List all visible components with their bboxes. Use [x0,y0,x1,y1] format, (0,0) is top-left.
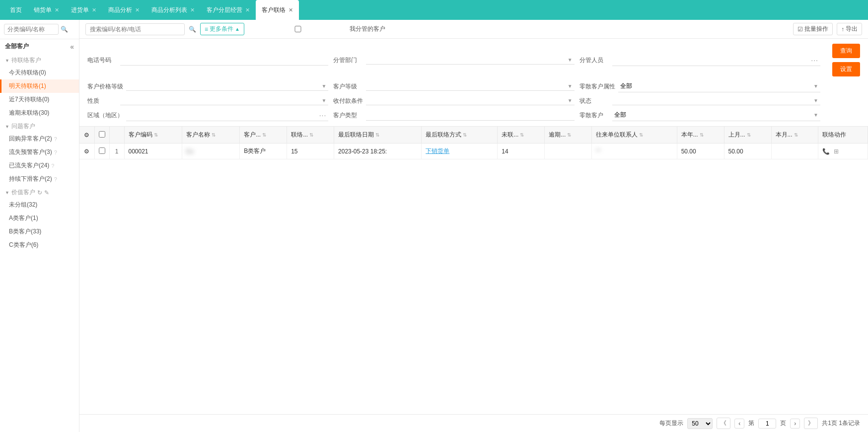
sidebar-item-class-c[interactable]: C类客户(6) [0,238,79,252]
nav-customer-tier-close[interactable]: ✕ [245,7,250,13]
col-last-contact-date[interactable]: 最后联络日期⇅ [334,127,422,144]
nav-sales-close[interactable]: ✕ [55,7,59,13]
table-container: ⚙ 客户编码⇅ 客户名称⇅ 客户...⇅ [79,127,868,414]
sidebar-item-class-a[interactable]: A类客户(1) [0,212,79,225]
per-page-select[interactable]: 50 100 200 [687,418,713,429]
help-icon-1[interactable]: ? [54,149,57,155]
sidebar-item-class-b[interactable]: B类客户(33) [0,225,79,238]
advanced-filter-panel: 电话号码 分管部门 ▼ 分管人员 ··· [79,39,868,127]
region-dropdown[interactable]: ··· [126,110,328,121]
sidebar-search-input[interactable] [4,24,59,35]
nav-customer-contact[interactable]: 客户联络 ✕ [256,0,299,20]
col-last-contact-method[interactable]: 最后联络方式⇅ [422,127,498,144]
dept-dropdown[interactable]: ▼ [366,56,574,65]
search-input[interactable] [85,23,185,35]
export-btn[interactable]: ↑ 导出 [837,23,862,35]
sidebar-collapse-icon[interactable]: « [70,43,74,51]
sidebar-item-today[interactable]: 今天待联络(0) [0,66,79,79]
sort-icon-this-month: ⇅ [794,132,798,138]
row-last-month: 50.00 [724,144,771,159]
nav-home[interactable]: 首页 [4,0,28,20]
col-customer-type[interactable]: 客户...⇅ [240,127,287,144]
sidebar-item-overdue[interactable]: 逾期未联络(30) [0,106,79,120]
price-level-dropdown[interactable]: ▼ [126,82,328,91]
nav-product-list-close[interactable]: ✕ [190,7,195,13]
payment-dropdown[interactable]: ▼ [366,96,574,105]
my-customers-checkbox-label[interactable]: 我分管的客户 [248,25,385,33]
manager-dropdown[interactable]: ··· [612,55,820,66]
retail-customer-dropdown[interactable]: 全部 ▼ [612,109,820,121]
sidebar-search-icon[interactable]: 🔍 [61,26,68,33]
nav-product-analysis-close[interactable]: ✕ [135,7,140,13]
col-contact[interactable]: 联络...⇅ [287,127,334,144]
nav-product-analysis[interactable]: 商品分析 ✕ [102,0,145,20]
settings-btn[interactable]: 设置 [832,62,860,76]
retail-attr-arrow: ▼ [813,83,818,89]
retail-customer-arrow: ▼ [813,112,818,118]
last-page-btn[interactable]: 》 [804,418,818,429]
action-icons: 📞 ⊞ [822,148,864,155]
customer-type-input[interactable] [366,110,574,121]
sort-icon-date: ⇅ [375,132,379,138]
customer-level-dropdown[interactable]: ▼ [366,82,574,91]
field-region: 区域（地区） ··· [87,110,328,121]
field-retail-customer: 零散客户 全部 ▼ [579,109,820,121]
nav-product-analysis-list[interactable]: 商品分析列表 ✕ [145,0,201,20]
col-this-month[interactable]: 本月...⇅ [771,127,818,144]
row-this-year: 50.00 [677,144,724,159]
sidebar-item-7days[interactable]: 近7天待联络(0) [0,93,79,106]
nav-customer-contact-close[interactable]: ✕ [289,7,293,13]
sidebar-all-customers[interactable]: 全部客户 « [0,39,79,54]
nature-dropdown[interactable]: ▼ [120,96,328,105]
nav-sales[interactable]: 销货单 ✕ [28,0,65,20]
field-phone: 电话号码 [87,55,328,66]
col-customer-name[interactable]: 客户名称⇅ [182,127,239,144]
help-icon-2[interactable]: ? [51,163,54,169]
value-refresh-icon[interactable]: ↻ [37,189,42,196]
filter-bar: 🔍 ≡ 更多条件 ▲ 我分管的客户 ☑ 批量操作 ↑ 导出 [79,20,868,39]
next-page-btn[interactable]: › [790,419,800,429]
sidebar-search-area: 🔍 [0,20,79,39]
action-phone-icon[interactable]: 📞 [822,148,830,155]
sidebar-item-repurchase-anomaly[interactable]: 回购异常客户(2) ? [0,132,79,145]
col-last-month[interactable]: 上月...⇅ [724,127,771,144]
help-icon-3[interactable]: ? [54,176,57,182]
nav-purchase-close[interactable]: ✕ [92,7,96,13]
sort-icon-uncontacted: ⇅ [520,132,524,138]
col-settings[interactable]: ⚙ [79,127,94,144]
nav-purchase[interactable]: 进货单 ✕ [65,0,102,20]
filter-search-icon[interactable]: 🔍 [189,26,196,33]
payment-arrow: ▼ [568,98,573,103]
col-unit-contact[interactable]: 往来单位联系人⇅ [592,127,677,144]
col-this-year[interactable]: 本年...⇅ [677,127,724,144]
col-customer-code[interactable]: 客户编码⇅ [124,127,182,144]
contact-method-link[interactable]: 下销货单 [426,147,449,154]
nav-customer-tier[interactable]: 客户分层经营 ✕ [201,0,256,20]
value-edit-icon[interactable]: ✎ [44,189,49,196]
help-icon-0[interactable]: ? [54,136,57,142]
more-conditions-btn[interactable]: ≡ 更多条件 ▲ [200,23,244,35]
col-overdue[interactable]: 逾期...⇅ [545,127,592,144]
sidebar-item-churn-warning[interactable]: 流失预警客户(3) ? [0,145,79,159]
status-dropdown[interactable]: ▼ [612,96,820,105]
retail-attr-dropdown[interactable]: 全部 ▼ [618,80,820,92]
prev-page-btn[interactable]: ‹ [734,419,744,429]
table-select-all[interactable] [99,131,105,138]
query-btn[interactable]: 查询 [832,44,860,58]
field-dept: 分管部门 ▼ [333,56,574,65]
price-level-arrow: ▼ [321,83,326,89]
sidebar-item-ungrouped[interactable]: 未分组(32) [0,198,79,212]
row-gear[interactable]: ⚙ [79,144,94,159]
sidebar-item-declining[interactable]: 持续下滑客户(2) ? [0,172,79,186]
row-uncontacted: 14 [498,144,545,159]
sidebar-item-churned[interactable]: 已流失客户(24) ? [0,159,79,172]
action-grid-icon[interactable]: ⊞ [834,148,839,155]
first-page-btn[interactable]: 《 [717,418,730,429]
row-checkbox[interactable] [99,147,105,154]
col-uncontacted[interactable]: 未联...⇅ [498,127,545,144]
page-number-input[interactable] [758,419,776,429]
batch-op-btn[interactable]: ☑ 批量操作 [793,23,833,35]
phone-input[interactable] [120,55,328,66]
sidebar-item-tomorrow[interactable]: 明天待联络(1) [0,79,79,93]
my-customers-checkbox[interactable] [248,26,348,32]
